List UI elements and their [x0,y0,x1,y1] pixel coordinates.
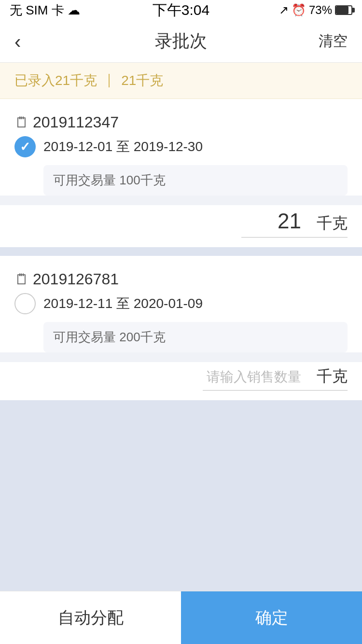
batch-1-radio[interactable] [14,136,36,157]
batch-2-unit: 千克 [317,366,348,387]
status-bar: 无 SIM 卡 ☁ 下午3:04 ↗ ⏰ 73% [0,0,362,20]
status-time: 下午3:04 [153,0,209,20]
arrow-icon: ↗ [279,3,289,17]
batch-2-input-placeholder[interactable]: 请输入销售数量 [207,368,301,386]
status-right: ↗ ⏰ 73% [279,3,352,17]
batch-1-amount-section: 21 千克 [0,205,362,247]
battery-label: 73% [309,3,332,17]
batch-1-icon: 🗒 [14,114,29,131]
bottom-bar: 自动分配 确定 [0,591,362,644]
batch-1-available: 可用交易量 100千克 [43,165,348,196]
batch-2-header: 🗒 2019126781 [14,270,348,288]
batch-2-icon: 🗒 [14,271,29,288]
status-left: 无 SIM 卡 ☁ [10,2,80,19]
sim-label: 无 SIM 卡 ☁ [10,2,80,19]
batch-1-amount-value: 21 [278,209,301,233]
clear-button[interactable]: 清空 [319,31,348,51]
batch-2-date: 2019-12-11 至 2020-01-09 [43,294,203,313]
page-title: 录批次 [155,29,207,53]
nav-bar: ‹ 录批次 清空 [0,20,362,63]
batch-2-card: 🗒 2019126781 2019-12-11 至 2020-01-09 可用交… [0,256,362,352]
batch-2-available: 可用交易量 200千克 [43,322,348,352]
recorded-label: 已录入21千克 [14,71,97,90]
empty-area [0,400,362,622]
batch-2-id: 2019126781 [33,270,119,288]
amount-label: 21千克 [121,71,163,90]
batch-2-underline [203,390,348,391]
batch-2-radio[interactable] [14,293,36,314]
batch-1-header: 🗒 2019112347 [14,113,348,131]
batch-1-unit: 千克 [317,213,348,234]
batch-1-card: 🗒 2019112347 2019-12-01 至 2019-12-30 可用交… [0,99,362,196]
batch-1-amount-inner: 21 千克 [0,205,362,247]
batch-1-date: 2019-12-01 至 2019-12-30 [43,138,203,156]
section-separator-1 [0,247,362,256]
batch-2-row: 2019-12-11 至 2020-01-09 [14,293,348,314]
batch-2-input-inner: 请输入销售数量 千克 [0,362,362,400]
info-divider [109,74,110,87]
confirm-button[interactable]: 确定 [181,591,362,644]
info-banner: 已录入21千克 21千克 [0,63,362,99]
batch-1-underline [241,237,348,238]
battery-icon [335,5,352,15]
alarm-icon: ⏰ [292,3,306,17]
back-button[interactable]: ‹ [14,32,21,51]
batch-1-row: 2019-12-01 至 2019-12-30 [14,136,348,157]
batch-1-id: 2019112347 [33,113,119,131]
batch-2-input-section: 请输入销售数量 千克 [0,362,362,400]
auto-distribute-button[interactable]: 自动分配 [0,591,181,644]
